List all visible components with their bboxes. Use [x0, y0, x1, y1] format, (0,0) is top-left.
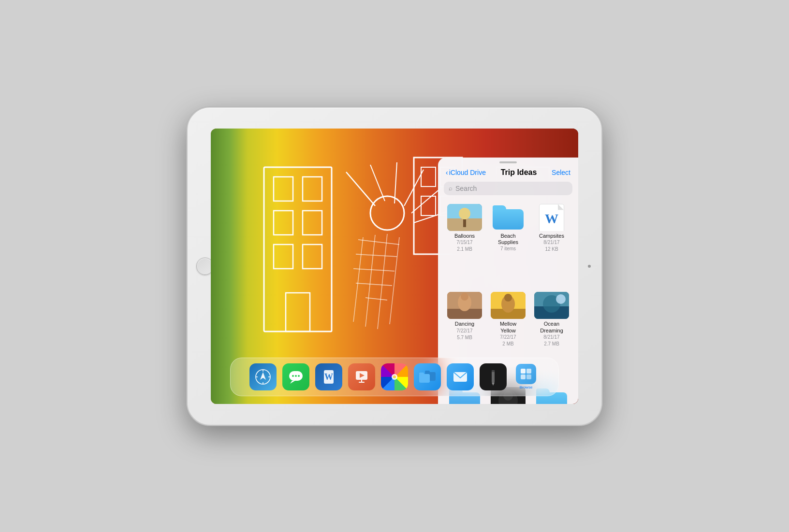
panel-title: Trip Ideas — [501, 168, 537, 177]
svg-rect-6 — [303, 244, 322, 269]
file-meta-mellow: 7/22/172 MB — [500, 334, 516, 347]
file-thumb-balloons — [447, 204, 482, 231]
file-thumb-ocean — [534, 292, 569, 319]
chevron-left-icon: ‹ — [446, 169, 448, 176]
word-doc-icon: W — [539, 204, 564, 231]
svg-marker-80 — [492, 383, 495, 386]
ipad-device: ‹ iCloud Drive Trip Ideas Select ⌕ Searc… — [187, 107, 602, 426]
svg-rect-1 — [274, 177, 293, 201]
svg-rect-70 — [359, 382, 365, 383]
folder-icon-beach — [493, 205, 524, 230]
svg-rect-3 — [274, 211, 293, 235]
dock-photos-icon[interactable] — [381, 363, 408, 390]
dock-files-icon[interactable] — [414, 363, 441, 390]
svg-point-64 — [295, 375, 297, 377]
back-button[interactable]: ‹ iCloud Drive — [446, 169, 486, 176]
dock-keynote-icon[interactable] — [348, 363, 375, 390]
svg-rect-84 — [521, 374, 526, 379]
svg-line-26 — [356, 254, 397, 257]
file-name-dancing: Dancing — [455, 321, 474, 327]
file-thumb-campsites: W — [534, 204, 569, 231]
file-item-balloons[interactable]: Balloons 7/15/172.1 MB — [444, 202, 485, 287]
svg-point-36 — [459, 208, 470, 219]
browse-label: Browse — [520, 385, 533, 389]
file-name-campsites: Campsites — [539, 233, 564, 239]
file-name-beach: BeachSupplies — [498, 233, 518, 245]
panel-handle — [499, 161, 517, 163]
svg-rect-37 — [463, 219, 466, 227]
svg-line-25 — [358, 240, 399, 244]
svg-point-65 — [298, 375, 300, 377]
dock: W — [230, 358, 559, 396]
svg-rect-75 — [425, 371, 430, 373]
file-name-ocean: OceanDreaming — [540, 321, 563, 333]
svg-rect-4 — [303, 211, 322, 235]
svg-rect-5 — [274, 244, 293, 269]
svg-marker-60 — [260, 372, 266, 380]
svg-marker-62 — [290, 381, 295, 384]
svg-line-33 — [390, 237, 399, 324]
file-name-balloons: Balloons — [454, 233, 475, 239]
svg-point-45 — [504, 294, 512, 302]
dock-pencil-icon[interactable] — [480, 363, 507, 390]
file-meta-beach: 7 items — [500, 245, 516, 252]
svg-rect-76 — [419, 374, 430, 383]
search-icon: ⌕ — [449, 185, 453, 192]
svg-text:W: W — [324, 372, 333, 382]
svg-rect-83 — [526, 369, 531, 374]
side-button — [588, 265, 591, 268]
select-button[interactable]: Select — [552, 169, 570, 176]
svg-rect-85 — [526, 374, 531, 379]
file-meta-balloons: 7/15/172.1 MB — [456, 239, 472, 253]
search-bar[interactable]: ⌕ Search — [444, 182, 572, 195]
svg-point-73 — [393, 375, 396, 378]
dock-browse-icon[interactable]: Browse — [512, 363, 540, 390]
dock-messages-icon[interactable] — [282, 363, 309, 390]
file-thumb-beach-supplies — [491, 204, 526, 231]
svg-line-28 — [356, 283, 392, 286]
svg-rect-7 — [286, 293, 310, 331]
back-label: iCloud Drive — [449, 169, 486, 176]
search-placeholder: Search — [455, 185, 477, 192]
svg-rect-77 — [419, 373, 424, 375]
file-name-mellow: MellowYellow — [500, 321, 516, 333]
dock-mail-icon[interactable] — [447, 363, 474, 390]
file-thumb-dancing — [447, 292, 482, 319]
svg-line-31 — [365, 235, 375, 327]
svg-point-63 — [292, 375, 294, 377]
file-thumb-mellow — [491, 292, 526, 319]
file-meta-dancing: 7/22/175.7 MB — [456, 328, 472, 341]
panel-header: ‹ iCloud Drive Trip Ideas Select — [438, 165, 578, 182]
svg-line-32 — [378, 234, 387, 329]
svg-point-49 — [556, 294, 566, 304]
file-item-beach-supplies[interactable]: BeachSupplies 7 items — [487, 202, 529, 287]
svg-line-18 — [346, 172, 375, 206]
svg-rect-2 — [303, 177, 322, 201]
dock-safari-icon[interactable] — [249, 363, 277, 390]
svg-point-41 — [461, 293, 468, 301]
file-meta-campsites: 8/21/1712 KB — [543, 239, 559, 253]
file-meta-ocean: 8/21/172.7 MB — [543, 334, 559, 347]
screen: ‹ iCloud Drive Trip Ideas Select ⌕ Searc… — [211, 129, 578, 404]
svg-point-24 — [370, 196, 404, 230]
file-item-campsites[interactable]: W Campsites 8/21/1712 KB — [531, 202, 572, 287]
svg-rect-82 — [521, 369, 526, 374]
dock-word-icon[interactable]: W — [315, 363, 342, 390]
svg-line-30 — [353, 237, 363, 322]
svg-line-19 — [370, 165, 385, 201]
svg-rect-81 — [492, 370, 495, 372]
